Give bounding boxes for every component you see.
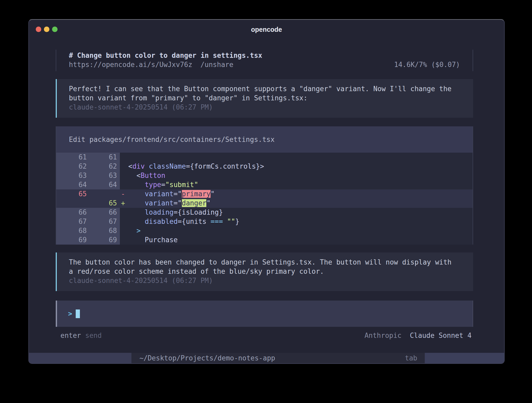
code-token: === <box>211 218 223 225</box>
close-window-button[interactable] <box>36 27 41 32</box>
tab-key-hint: tab <box>405 353 417 363</box>
diff-row: 65- variant="primary" <box>56 189 473 199</box>
message-text-line: The button color has been changed to dan… <box>69 258 461 267</box>
code-line: > <box>126 226 473 235</box>
diff-row: 6868 > <box>56 226 473 235</box>
code-line: type="submit" <box>126 180 473 189</box>
diff-sign <box>120 226 126 235</box>
code-token <box>145 162 149 170</box>
code-token <box>223 218 227 225</box>
new-line-number: 62 <box>87 162 120 171</box>
diff-sign <box>120 153 126 162</box>
code-token: ={units <box>178 218 211 225</box>
code-line: disabled={units === ""} <box>126 217 473 226</box>
diff-sign <box>120 180 126 189</box>
code-token: primary <box>182 190 211 198</box>
new-line-number: 64 <box>87 180 120 189</box>
code-token <box>128 190 145 198</box>
diff-sign <box>120 171 126 180</box>
hint-bar: enter send Anthropic Claude Sonnet 4 <box>56 331 473 340</box>
prompt-symbol: > <box>68 310 72 318</box>
model-indicator: Anthropic Claude Sonnet 4 <box>365 331 472 340</box>
window-titlebar: opencode <box>29 20 504 38</box>
code-token <box>128 227 136 235</box>
new-line-number: 65 <box>87 199 120 208</box>
code-token: Button <box>141 172 165 179</box>
message-text-line: button variant from "primary" to "danger… <box>69 94 461 103</box>
code-token: "" <box>227 218 235 225</box>
diff-sign <box>120 217 126 226</box>
diff-row: 6363 <Button <box>56 171 473 180</box>
code-line: <Button <box>126 171 473 180</box>
old-line-number: 61 <box>56 153 87 162</box>
old-line-number: 67 <box>56 217 87 226</box>
new-line-number <box>87 189 120 199</box>
diff-row: 6767 disabled={units === ""} <box>56 217 473 226</box>
code-token: "submit" <box>165 181 198 189</box>
unshare-command[interactable]: /unshare <box>201 60 233 69</box>
code-token: } <box>235 218 239 225</box>
send-action-hint: send <box>85 331 102 340</box>
new-line-number: 67 <box>87 217 120 226</box>
code-token <box>128 181 145 189</box>
terminal-content: # Change button color to danger in setti… <box>29 38 504 353</box>
window-title: opencode <box>29 20 504 39</box>
code-token: type <box>145 181 161 189</box>
model-timestamp-meta: claude-sonnet-4-20250514 (06:27 PM) <box>69 103 461 112</box>
code-token: " <box>211 190 215 198</box>
diff-row: 65+ variant="danger" <box>56 199 473 208</box>
maximize-window-button[interactable] <box>52 27 58 32</box>
traffic-lights <box>36 27 58 32</box>
old-line-number: 69 <box>56 235 87 245</box>
code-token <box>128 199 145 207</box>
edit-file-path: Edit packages/frontend/src/containers/Se… <box>56 126 473 153</box>
enter-key-hint: enter <box>60 331 81 340</box>
session-title: # Change button color to danger in setti… <box>69 51 460 60</box>
app-version-chip: opencode v0.3.11 <box>29 353 131 363</box>
code-token: > <box>136 227 141 235</box>
code-line: <div className={formCs.controls}> <box>126 162 473 171</box>
code-token <box>128 218 145 225</box>
diff-row: 6969 Purchase <box>56 235 473 245</box>
code-token: div <box>132 162 145 170</box>
message-text-line: a red/rose color scheme instead of the b… <box>69 267 461 276</box>
code-line: loading={isLoading} <box>126 208 473 217</box>
old-line-number: 64 <box>56 180 87 189</box>
minimize-window-button[interactable] <box>44 27 49 32</box>
session-subheader: https://opencode.ai/s/UwJxv76z /unshare … <box>69 60 460 69</box>
diff-sign: + <box>120 199 126 208</box>
model-timestamp-meta: claude-sonnet-4-20250514 (06:27 PM) <box>69 276 461 285</box>
code-token: ={isLoading} <box>173 208 223 216</box>
model-name: Claude Sonnet 4 <box>410 332 472 339</box>
token-usage-stat: 14.6K/7% ($0.07) <box>394 60 460 69</box>
status-bar: opencode v0.3.11 ~/Desktop/Projects/demo… <box>29 353 504 363</box>
diff-row: 6161 <box>56 153 473 162</box>
diff-row: 6262<div className={formCs.controls}> <box>56 162 473 171</box>
code-token: loading <box>145 208 174 216</box>
new-line-number: 68 <box>87 226 120 235</box>
code-token: < <box>128 172 141 179</box>
share-url-link[interactable]: https://opencode.ai/s/UwJxv76z <box>69 60 192 69</box>
code-token: =" <box>173 190 182 198</box>
new-line-number: 61 <box>87 153 120 162</box>
prompt-input[interactable]: > <box>56 301 473 327</box>
code-line: variant="danger" <box>126 199 473 208</box>
code-line: variant="primary" <box>126 189 473 199</box>
diff-view: 61616262<div className={formCs.controls}… <box>56 153 473 245</box>
old-line-number: 62 <box>56 162 87 171</box>
working-directory: ~/Desktop/Projects/demo-notes-app <box>139 353 275 363</box>
old-line-number <box>56 199 87 208</box>
message-text-line: Perfect! I can see that the Button compo… <box>69 84 461 94</box>
diff-sign <box>120 162 126 171</box>
new-line-number: 66 <box>87 208 120 217</box>
code-token: className <box>149 162 186 170</box>
text-cursor <box>76 309 80 318</box>
code-token: danger <box>182 199 207 207</box>
code-line: Purchase <box>126 235 473 245</box>
diff-sign <box>120 208 126 217</box>
edit-tool-card: Edit packages/frontend/src/containers/Se… <box>56 126 473 245</box>
code-token: Purchase <box>128 236 178 244</box>
opencode-window: opencode # Change button color to danger… <box>28 19 505 364</box>
diff-row: 6666 loading={isLoading} <box>56 208 473 217</box>
new-line-number: 63 <box>87 171 120 180</box>
